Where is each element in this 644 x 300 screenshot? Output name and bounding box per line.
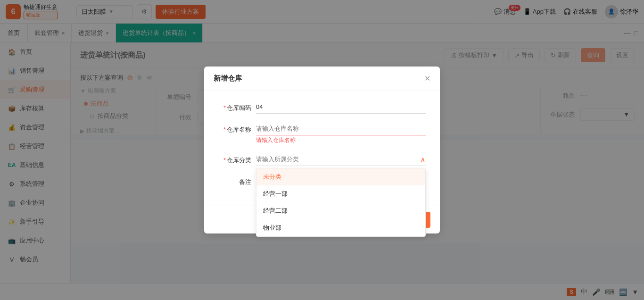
category-dropdown-arrow[interactable]: ∧ <box>420 155 426 164</box>
form-row-category: 仓库分类 ∧ 未分类 经营一部 经营二部 物业部 <box>218 153 426 166</box>
name-field: 请输入仓库名称 <box>256 122 426 144</box>
modal-header: 新增仓库 ✕ <box>204 67 440 91</box>
new-warehouse-modal: 新增仓库 ✕ 仓库编码 仓库名称 请输入仓库名称 仓库分类 <box>204 67 440 233</box>
code-input[interactable] <box>256 100 426 114</box>
category-dropdown-list: 未分类 经营一部 经营二部 物业部 <box>256 168 426 237</box>
name-error-text: 请输入仓库名称 <box>256 136 426 144</box>
notes-label: 备注 <box>218 175 256 186</box>
form-row-code: 仓库编码 <box>218 100 426 114</box>
dropdown-option-property[interactable]: 物业部 <box>256 219 425 236</box>
name-input[interactable] <box>256 122 426 135</box>
form-row-name: 仓库名称 请输入仓库名称 <box>218 122 426 144</box>
dropdown-option-dept2[interactable]: 经营二部 <box>256 202 425 219</box>
dropdown-option-dept1[interactable]: 经营一部 <box>256 185 425 202</box>
dropdown-option-uncategorized[interactable]: 未分类 <box>256 168 425 185</box>
category-field: ∧ 未分类 经营一部 经营二部 物业部 <box>256 153 426 166</box>
modal-overlay[interactable]: 新增仓库 ✕ 仓库编码 仓库名称 请输入仓库名称 仓库分类 <box>0 0 644 300</box>
category-label: 仓库分类 <box>218 153 256 165</box>
modal-body: 仓库编码 仓库名称 请输入仓库名称 仓库分类 ∧ <box>204 91 440 206</box>
modal-title: 新增仓库 <box>214 74 242 83</box>
code-field <box>256 100 426 114</box>
code-label: 仓库编码 <box>218 100 256 112</box>
modal-close-button[interactable]: ✕ <box>424 74 430 83</box>
name-label: 仓库名称 <box>218 122 256 134</box>
category-input[interactable] <box>256 153 426 166</box>
